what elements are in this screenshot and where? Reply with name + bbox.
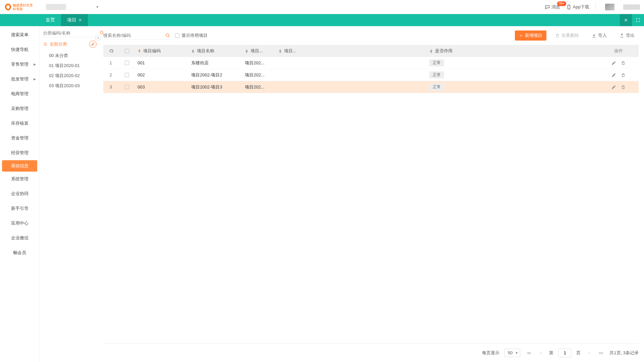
- export-icon: [620, 33, 624, 38]
- tab-home[interactable]: 首页: [40, 14, 61, 26]
- header-col3[interactable]: ▲▼ 项目...: [241, 48, 275, 54]
- divider: [595, 4, 596, 10]
- cell-name: 项目2002-项目3: [188, 84, 241, 90]
- tree-node[interactable]: 03 项目2020-03: [43, 81, 97, 91]
- tab-project-label: 项目: [67, 17, 76, 23]
- data-table: ▲▼ 项目编码 ▲▼ 项目名称 ▲▼ 项目... ▲▼: [103, 45, 639, 343]
- chevron-right-icon: ▶: [34, 63, 36, 66]
- org-selector[interactable]: ▾: [46, 4, 99, 10]
- sidebar-item-label: 资金管理: [11, 135, 29, 141]
- cell-code: 002: [134, 72, 188, 77]
- sidebar-item[interactable]: 新手引导: [0, 201, 39, 216]
- pencil-icon: [611, 61, 616, 65]
- close-icon: [624, 18, 628, 22]
- row-index: 1: [103, 60, 119, 65]
- sort-icon: ▲▼: [245, 49, 249, 53]
- sidebar-item-label: 库存核算: [11, 120, 29, 126]
- table-row[interactable]: 3003项目2002-项目3项目202...正常: [103, 81, 639, 93]
- sidebar-item-label: 电商管理: [11, 91, 29, 97]
- header-name[interactable]: ▲▼ 项目名称: [188, 48, 241, 54]
- tree-root[interactable]: 全部分类: [43, 41, 97, 48]
- sidebar-item[interactable]: 搜索菜单: [0, 27, 39, 42]
- trash-icon: [621, 73, 626, 77]
- column-settings-button[interactable]: [103, 48, 119, 54]
- sidebar-item[interactable]: 批发管理▶: [0, 72, 39, 86]
- left-sidebar: 搜索菜单快捷导航零售管理▶批发管理▶电商管理采购管理库存核算资金管理经营管理基础…: [0, 26, 40, 362]
- close-all-tabs-button[interactable]: [620, 14, 632, 26]
- fullscreen-button[interactable]: [632, 14, 644, 26]
- delete-row-button[interactable]: [621, 85, 626, 89]
- edit-row-button[interactable]: [611, 61, 616, 65]
- svg-rect-0: [568, 5, 570, 9]
- next-page-button[interactable]: ›: [585, 349, 593, 357]
- cell-col3: 项目202...: [241, 84, 275, 90]
- sidebar-item[interactable]: 快捷导航: [0, 42, 39, 57]
- export-button[interactable]: 导出: [615, 31, 639, 41]
- sidebar-item[interactable]: 资金管理: [0, 131, 39, 145]
- row-checkbox[interactable]: [119, 85, 134, 89]
- page-summary: 共1页, 3条记录: [609, 350, 639, 356]
- chevron-right-icon: ▶: [34, 77, 36, 81]
- batch-delete-label: 批量删除: [561, 33, 579, 39]
- app-download-button[interactable]: App下载: [566, 4, 589, 10]
- cell-code: 003: [134, 84, 188, 89]
- table-body: 1001东楼街店项目202...正常2002项目2002-项目2项目202...…: [103, 57, 639, 93]
- prev-page-button[interactable]: ‹: [537, 349, 544, 357]
- expand-icon: [636, 18, 640, 22]
- per-page-select[interactable]: 50: [504, 349, 520, 357]
- edit-category-button[interactable]: [89, 41, 97, 48]
- tree-node[interactable]: 00 未分类: [43, 51, 97, 61]
- cell-ops: [598, 85, 639, 89]
- header-code[interactable]: ▲▼ 项目编码: [134, 48, 188, 54]
- close-icon[interactable]: ✕: [78, 18, 82, 22]
- sidebar-item[interactable]: 零售管理▶: [0, 57, 39, 72]
- sidebar-item-label: 企业微信: [11, 235, 29, 241]
- table-row[interactable]: 1001东楼街店项目202...正常: [103, 57, 639, 69]
- per-page-label: 每页显示: [482, 350, 499, 356]
- sidebar-item[interactable]: 系统管理: [0, 172, 39, 186]
- sidebar-item[interactable]: 畅会员: [0, 245, 39, 260]
- pagination: 每页显示 50 ⏮ ‹ 第 页 › ⏭ 共1页, 3条记录: [103, 343, 639, 362]
- tab-home-label: 首页: [46, 17, 55, 23]
- sidebar-item[interactable]: 企业协同: [0, 186, 39, 201]
- messages-button[interactable]: 消息 99+: [545, 4, 560, 10]
- toolbar: 显示停用项目 ＋ 新增项目 批量删除: [103, 26, 639, 45]
- last-page-button[interactable]: ⏭: [597, 349, 605, 357]
- edit-row-button[interactable]: [611, 85, 616, 89]
- edit-row-button[interactable]: [611, 73, 616, 77]
- messages-badge: 99+: [557, 1, 566, 6]
- page-input[interactable]: [558, 349, 572, 357]
- category-tree-panel: 全部分类 00 未分类01 项目2020-0102 项目2020-0203 项目…: [40, 26, 100, 362]
- sidebar-item[interactable]: 基础信息: [2, 160, 37, 172]
- row-checkbox[interactable]: [119, 61, 134, 65]
- sidebar-item[interactable]: 电商管理: [0, 86, 39, 101]
- first-page-button[interactable]: ⏮: [525, 349, 532, 357]
- search-icon[interactable]: [165, 33, 170, 38]
- table-row[interactable]: 2002项目2002-项目2项目202...正常: [103, 69, 639, 81]
- import-button[interactable]: 导入: [588, 31, 611, 41]
- delete-row-button[interactable]: [621, 61, 626, 65]
- tab-project[interactable]: 项目 ✕: [61, 14, 88, 26]
- header-ops: 操作: [598, 48, 639, 54]
- table-search-input[interactable]: [103, 33, 165, 38]
- cell-col3: 项目202...: [241, 60, 275, 66]
- sort-icon: ▲▼: [138, 49, 141, 53]
- select-all-checkbox[interactable]: [119, 49, 134, 53]
- delete-row-button[interactable]: [621, 73, 626, 77]
- row-checkbox[interactable]: [119, 73, 134, 77]
- sidebar-item[interactable]: 采购管理: [0, 101, 39, 116]
- collapse-tree-button[interactable]: «: [95, 35, 101, 40]
- sidebar-item[interactable]: 应用中心: [0, 216, 39, 231]
- show-disabled-checkbox[interactable]: 显示停用项目: [175, 33, 208, 39]
- header-status[interactable]: ▲▼ 是否停用: [426, 48, 574, 54]
- tree-node[interactable]: 02 项目2020-02: [43, 71, 97, 81]
- tree-search-input[interactable]: [43, 31, 99, 36]
- tree-node[interactable]: 01 项目2020-01: [43, 61, 97, 71]
- svg-point-2: [166, 34, 169, 36]
- header-col4[interactable]: ▲▼ 项目...: [275, 48, 426, 54]
- sidebar-item[interactable]: 经营管理: [0, 145, 39, 160]
- add-new-button[interactable]: ＋ 新增项目: [515, 31, 546, 41]
- user-avatar[interactable]: [605, 4, 614, 10]
- sidebar-item[interactable]: 企业微信: [0, 231, 39, 245]
- sidebar-item[interactable]: 库存核算: [0, 116, 39, 131]
